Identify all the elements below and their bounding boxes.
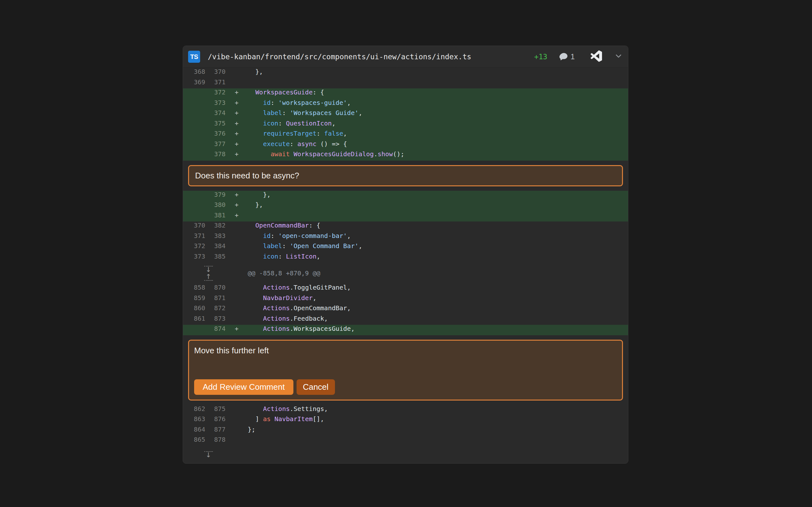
- add-marker: [225, 315, 248, 325]
- line-number-new: 379: [205, 191, 225, 201]
- code-token: ,: [343, 130, 347, 137]
- diff-line[interactable]: 377+ execute: async () => {: [183, 140, 628, 151]
- collapse-button[interactable]: [614, 52, 623, 62]
- diff-line[interactable]: 379+ },: [183, 191, 628, 201]
- code-token: :: [270, 99, 278, 107]
- line-number-new: 872: [205, 304, 225, 315]
- diff-line[interactable]: 381+: [183, 211, 628, 222]
- diff-line[interactable]: 860872 Actions.OpenCommandBar,: [183, 304, 628, 315]
- line-number-new: 370: [205, 68, 225, 78]
- line-number-old: [183, 201, 205, 211]
- diff-line[interactable]: 373385 icon: ListIcon,: [183, 252, 628, 263]
- expand-down-button[interactable]: ↓: [204, 266, 213, 273]
- add-marker: +: [225, 191, 248, 201]
- comment-count-badge[interactable]: 1: [559, 52, 575, 61]
- cancel-button[interactable]: Cancel: [297, 379, 335, 395]
- diff-line[interactable]: 372384 label: 'Open Command Bar',: [183, 242, 628, 252]
- chevron-down-icon: [614, 52, 623, 62]
- code-token: .WorkspacesGuide,: [290, 325, 355, 332]
- diff-line[interactable]: 863876 ] as NavbarItem[],: [183, 415, 628, 426]
- add-marker: [225, 304, 248, 315]
- code-token: id: [248, 232, 270, 239]
- diff-line[interactable]: 376+ requiresTarget: false,: [183, 130, 628, 140]
- code-token: },: [248, 68, 263, 75]
- line-number-old: 370: [183, 222, 205, 232]
- line-content: icon: QuestionIcon,: [248, 119, 628, 130]
- review-comment-bubble[interactable]: Does this need to be async?: [188, 165, 623, 186]
- code-token: WorkspacesGuideDialog: [294, 150, 374, 158]
- code-token: .Settings,: [290, 405, 328, 412]
- code-token: [248, 315, 263, 322]
- code-token: requiresTarget: [248, 130, 316, 137]
- line-number-new: 373: [205, 99, 225, 109]
- line-number-new: 877: [205, 426, 225, 436]
- code-token: ,: [358, 242, 362, 250]
- line-content: requiresTarget: false,: [248, 130, 628, 140]
- line-number-old: 861: [183, 315, 205, 325]
- diff-line[interactable]: 380+ },: [183, 201, 628, 211]
- line-number-old: 371: [183, 232, 205, 242]
- diff-line[interactable]: 858870 Actions.ToggleGitPanel,: [183, 284, 628, 294]
- diff-line[interactable]: 370382 OpenCommandBar: {: [183, 222, 628, 232]
- line-number-old: [183, 140, 205, 151]
- line-number-new: 870: [205, 284, 225, 294]
- code-token: ]: [248, 415, 263, 423]
- code-token: :: [278, 252, 286, 260]
- diff-line[interactable]: 374+ label: 'Workspaces Guide',: [183, 109, 628, 119]
- diff-line[interactable]: 378+ await WorkspacesGuideDialog.show();: [183, 150, 628, 161]
- line-content: Actions.WorkspacesGuide,: [248, 325, 628, 335]
- code-token: :: [316, 130, 324, 137]
- diff-line[interactable]: 375+ icon: QuestionIcon,: [183, 119, 628, 130]
- add-marker: [225, 242, 248, 252]
- diff-line[interactable]: 865878: [183, 436, 628, 446]
- line-content: await WorkspacesGuideDialog.show();: [248, 150, 628, 161]
- code-token: label: [248, 242, 282, 250]
- comment-count: 1: [571, 52, 575, 61]
- comment-input[interactable]: Move this further left: [194, 346, 617, 355]
- line-content: Actions.Feedback,: [248, 315, 628, 325]
- diff-line[interactable]: 874+ Actions.WorkspacesGuide,: [183, 325, 628, 335]
- expand-down-button[interactable]: ↓: [204, 451, 213, 458]
- line-content: [248, 78, 628, 89]
- editor-button-row: Add Review CommentCancel: [194, 379, 617, 395]
- open-in-vscode-button[interactable]: [591, 50, 602, 63]
- line-content: icon: ListIcon,: [248, 252, 628, 263]
- line-number-old: [183, 99, 205, 109]
- diff-line[interactable]: 864877};: [183, 426, 628, 436]
- code-token: ,: [358, 109, 362, 117]
- add-marker: [225, 415, 248, 426]
- diff-line[interactable]: 371383 id: 'open-command-bar',: [183, 232, 628, 242]
- line-content: id: 'open-command-bar',: [248, 232, 628, 242]
- code-token: NavbarItem: [274, 415, 312, 423]
- code-token: as: [263, 415, 270, 423]
- expand-up-button[interactable]: ↑: [204, 274, 213, 281]
- add-review-comment-button[interactable]: Add Review Comment: [194, 379, 293, 395]
- diff-line[interactable]: 372+ WorkspacesGuide: {: [183, 89, 628, 99]
- line-number-old: 858: [183, 284, 205, 294]
- add-marker: [225, 68, 248, 78]
- code-token: :: [270, 232, 278, 239]
- add-marker: +: [225, 150, 248, 161]
- code-token: Actions: [263, 304, 290, 312]
- add-marker: +: [225, 119, 248, 130]
- diff-line[interactable]: 862875 Actions.Settings,: [183, 405, 628, 415]
- diff-line[interactable]: 861873 Actions.Feedback,: [183, 315, 628, 325]
- expander-gutter: ↓: [183, 451, 234, 458]
- line-content: Actions.ToggleGitPanel,: [248, 284, 628, 294]
- line-content: label: 'Workspaces Guide',: [248, 109, 628, 119]
- diff-line[interactable]: 859871 NavbarDivider,: [183, 294, 628, 304]
- code-token: icon: [248, 252, 278, 260]
- code-token: () => {: [316, 140, 347, 148]
- add-marker: +: [225, 89, 248, 99]
- code-token: :: [282, 109, 290, 117]
- line-number-old: [183, 109, 205, 119]
- line-number-old: 862: [183, 405, 205, 415]
- code-token: false: [324, 130, 343, 137]
- code-token: :: [278, 119, 286, 127]
- diff-line[interactable]: 369371: [183, 78, 628, 89]
- diff-line[interactable]: 368370 },: [183, 68, 628, 78]
- line-content: OpenCommandBar: {: [248, 222, 628, 232]
- line-number-old: [183, 211, 205, 222]
- diff-line[interactable]: 373+ id: 'workspaces-guide',: [183, 99, 628, 109]
- line-number-new: 376: [205, 130, 225, 140]
